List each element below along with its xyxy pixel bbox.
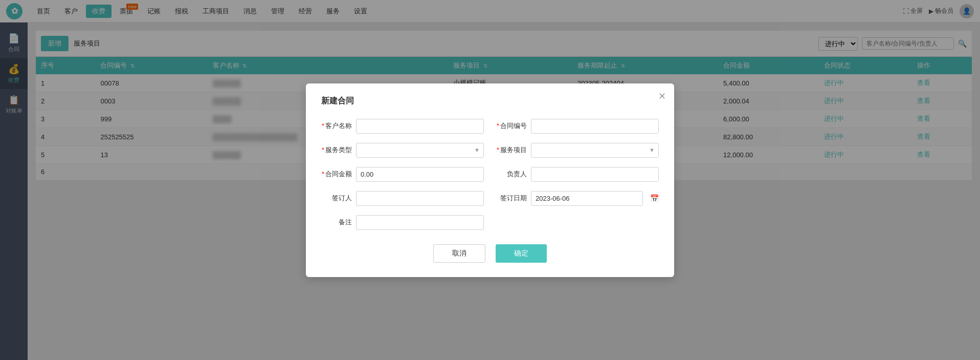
signer-input[interactable] <box>356 191 484 206</box>
dialog-footer: 取消 确定 <box>321 244 659 263</box>
service-item-select[interactable] <box>531 143 659 158</box>
dialog-close-button[interactable]: ✕ <box>658 91 666 102</box>
form-field-service-item: *服务项目 ▼ <box>496 143 659 158</box>
confirm-button[interactable]: 确定 <box>496 244 547 263</box>
form-field-customer: *客户名称 <box>321 119 484 134</box>
amount-input[interactable] <box>356 167 484 182</box>
sign-date-label: 签订日期 <box>496 194 527 203</box>
form-field-signer: 签订人 <box>321 191 484 206</box>
remarks-input[interactable] <box>356 215 484 230</box>
modal-overlay: 新建合同 ✕ *客户名称 *合同编号 *服务类型 <box>0 0 980 360</box>
form-row-1: *客户名称 *合同编号 <box>321 119 659 134</box>
cancel-button[interactable]: 取消 <box>433 244 485 263</box>
remarks-label: 备注 <box>321 218 352 227</box>
service-item-wrapper: ▼ <box>531 143 659 158</box>
amount-label: *合同金额 <box>321 170 352 179</box>
responsible-label: 负责人 <box>496 170 527 179</box>
form-row-5: 备注 <box>321 215 659 230</box>
form-row-3: *合同金额 负责人 <box>321 167 659 182</box>
service-type-wrapper: ▼ <box>356 143 484 158</box>
service-type-label: *服务类型 <box>321 145 352 155</box>
responsible-input[interactable] <box>531 167 659 182</box>
form-row-2: *服务类型 ▼ *服务项目 ▼ <box>321 143 659 158</box>
contract-no-input[interactable] <box>531 119 659 134</box>
contract-no-label: *合同编号 <box>496 121 527 131</box>
new-contract-dialog: 新建合同 ✕ *客户名称 *合同编号 *服务类型 <box>306 83 674 277</box>
form-field-contract-no: *合同编号 <box>496 119 659 134</box>
form-field-amount: *合同金额 <box>321 167 484 182</box>
form-field-responsible: 负责人 <box>496 167 659 182</box>
service-type-select[interactable] <box>356 143 484 158</box>
customer-name-label: *客户名称 <box>321 121 352 131</box>
form-field-sign-date: 签订日期 📅 <box>496 191 659 206</box>
sign-date-input[interactable] <box>531 191 643 206</box>
service-item-label: *服务项目 <box>496 145 527 155</box>
customer-name-input[interactable] <box>356 119 484 134</box>
calendar-icon[interactable]: 📅 <box>650 194 659 202</box>
dialog-title: 新建合同 <box>321 96 659 107</box>
signer-label: 签订人 <box>321 194 352 203</box>
form-field-remarks: 备注 <box>321 215 484 230</box>
form-field-service-type: *服务类型 ▼ <box>321 143 484 158</box>
form-row-4: 签订人 签订日期 📅 <box>321 191 659 206</box>
